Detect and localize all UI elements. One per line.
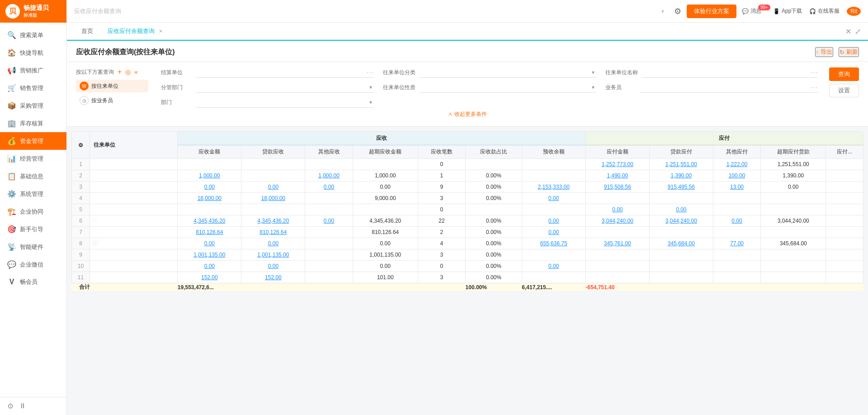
table-cell-9-3[interactable]: 0.00 [241,261,305,272]
table-cell-4-9[interactable]: 0.00 [585,204,649,215]
partner-category-input[interactable]: ▾ [419,67,596,78]
table-cell-5-4[interactable]: 0.00 [305,215,353,227]
online-service-button[interactable]: 🎧 在线客服 [809,7,840,15]
app-download-button[interactable]: 📱 App下载 [773,7,802,15]
filter-option-by-partner[interactable]: W 按往来单位 [76,80,148,92]
sidebar-item-sys-admin[interactable]: ⚙️ 系统管理 [0,185,66,203]
tab-ar-ap[interactable]: 应收应付余额查询 × [100,23,170,41]
table-cell-1-9[interactable]: 1,490.00 [585,170,649,181]
sidebar-item-search-menu[interactable]: 🔍 搜索菜单 [0,26,66,44]
table-cell-10-3[interactable]: 152.00 [241,272,305,283]
table-cell-1-11[interactable]: 100.00 [713,170,760,181]
logo-icon: 贝 [5,4,20,19]
table-cell-10-8 [522,272,585,283]
table-cell-0-9[interactable]: 1,252,773.00 [585,159,649,170]
table-cell-7-0: 8 [72,238,90,249]
table-cell-8-1 [90,249,178,261]
query-button[interactable]: 查询 [829,67,859,81]
messages-button[interactable]: 💬 消息 99+ [742,7,766,15]
col-settings-header[interactable]: ⚙ [72,132,90,159]
table-cell-5-8[interactable]: 0.00 [522,215,585,227]
user-avatar[interactable]: Rit [847,8,861,14]
table-cell-6-3[interactable]: 810,126.64 [241,227,305,238]
table-settings-gear[interactable]: ⚙ [78,142,83,148]
table-cell-2-10[interactable]: 915,495.56 [649,181,713,193]
table-cell-7-8[interactable]: 655,636.75 [522,238,585,249]
sidebar-bottom: ⚙ ⏸ [0,397,66,415]
refresh-button[interactable]: ↻ 刷新 [839,47,859,57]
table-cell-2-3[interactable]: 0.00 [241,181,305,193]
header-cta-button[interactable]: 体验行业方案 [687,5,736,18]
sidebar-item-operation[interactable]: 📊 经营管理 [0,150,66,167]
table-cell-5-2[interactable]: 4,345,436.20 [178,215,241,227]
sidebar-item-member[interactable]: V 畅会员 [0,273,66,291]
sidebar-item-guide[interactable]: 🎯 新手引导 [0,220,66,238]
department-input[interactable]: ▾ [196,97,374,108]
filter-option-by-business[interactable]: ◷ 按业务员 [76,94,148,107]
settlement-unit-input[interactable]: ··· [196,67,374,78]
filter-settings-icon[interactable]: ◎ [125,68,131,76]
table-cell-7-10[interactable]: 345,684.00 [649,238,713,249]
table-cell-2-4[interactable]: 0.00 [305,181,353,193]
table-cell-2-11[interactable]: 13.00 [713,181,760,193]
table-cell-5-3[interactable]: 4,345,436.20 [241,215,305,227]
table-cell-6-2[interactable]: 810,126.64 [178,227,241,238]
table-cell-6-8[interactable]: 0.00 [522,227,585,238]
partner-nature-input[interactable]: ▾ [419,82,596,93]
table-cell-6-6: 2 [418,227,465,238]
table-cell-7-11[interactable]: 77.00 [713,238,760,249]
tab-expand-btn[interactable]: ⤢ [855,27,861,36]
table-cell-0-10[interactable]: 1,251,551.00 [649,159,713,170]
sidebar-item-wechat[interactable]: 💬 企业微信 [0,256,66,273]
sidebar-item-quick-nav[interactable]: 🏠 快捷导航 [0,44,66,62]
filter-add-icon[interactable]: + [118,68,122,76]
sidebar-item-smart-hw[interactable]: 📡 智能硬件 [0,238,66,256]
table-cell-8-2[interactable]: 1,001,135.00 [178,249,241,261]
table-cell-7-9[interactable]: 345,761.00 [585,238,649,249]
sidebar-item-enterprise[interactable]: 🏗️ 企业协同 [0,203,66,220]
collapse-bar[interactable]: ∧ 收起更多条件 [76,108,859,121]
partner-name-input[interactable]: ··· [642,67,818,78]
enterprise-icon: 🏗️ [7,207,16,216]
table-cell-3-3[interactable]: 18,000.00 [241,193,305,204]
sidebar-item-inventory[interactable]: 🏢 库存核算 [0,114,66,132]
table-cell-9-2[interactable]: 0.00 [178,261,241,272]
table-cell-9-6: 0 [418,261,465,272]
table-cell-4-1 [90,204,178,215]
table-cell-8-3[interactable]: 1,001,135.00 [241,249,305,261]
sidebar-collapse-btn[interactable]: ⏸ [19,402,26,410]
table-cell-9-8[interactable]: 0.00 [522,261,585,272]
table-cell-0-11[interactable]: 1,222.00 [713,159,760,170]
tab-close-window-btn[interactable]: ✕ [845,27,851,36]
table-cell-10-2[interactable]: 152.00 [178,272,241,283]
table-cell-4-10[interactable]: 0.00 [649,204,713,215]
table-cell-2-13 [826,181,863,193]
table-cell-5-10[interactable]: 3,044,240.00 [649,215,713,227]
filter-collapse-icon[interactable]: « [134,68,138,76]
table-cell-1-4[interactable]: 1,000.00 [305,170,353,181]
table-cell-2-9[interactable]: 915,508.56 [585,181,649,193]
table-cell-5-11[interactable]: 0.00 [713,215,760,227]
table-cell-5-9[interactable]: 3,044,240.00 [585,215,649,227]
table-cell-7-2[interactable]: 0.00 [178,238,241,249]
sidebar-item-finance[interactable]: 💰 资金管理 [0,132,66,150]
table-cell-3-2[interactable]: 18,000.00 [178,193,241,204]
table-cell-3-8[interactable]: 0.00 [522,193,585,204]
branch-dept-input[interactable]: ▾ [196,82,374,93]
sidebar-settings-btn[interactable]: ⚙ [7,402,14,410]
table-cell-1-2[interactable]: 1,000.00 [178,170,241,181]
sidebar-item-sales[interactable]: 🛒 销售管理 [0,79,66,97]
export-button[interactable]: ↑ 导出 [815,47,834,57]
sidebar-item-marketing[interactable]: 📢 营销推广 [0,62,66,79]
header-settings-icon[interactable]: ⚙ [674,6,681,16]
table-cell-1-10[interactable]: 1,390.00 [649,170,713,181]
setting-button[interactable]: 设置 [829,84,859,97]
sidebar-item-base-info[interactable]: 📋 基础信息 [0,167,66,185]
tab-home[interactable]: 首页 [74,23,100,40]
tab-close-icon[interactable]: × [159,28,163,34]
sidebar-item-purchase[interactable]: 📦 采购管理 [0,97,66,114]
table-cell-2-8[interactable]: 2,153,333.00 [522,181,585,193]
salesperson-input[interactable]: ··· [641,82,818,93]
table-cell-7-3[interactable]: 0.00 [241,238,305,249]
table-cell-2-2[interactable]: 0.00 [178,181,241,193]
